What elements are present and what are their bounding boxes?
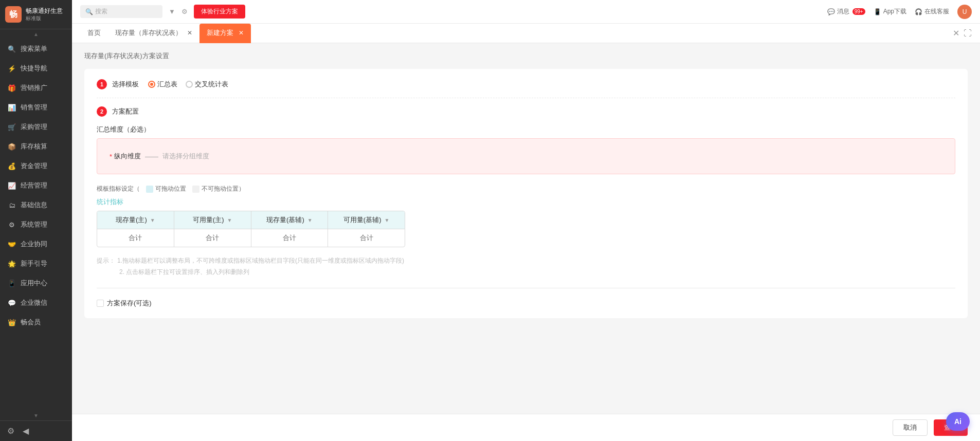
- tab-new-plan[interactable]: 新建方案 ✕: [199, 24, 251, 43]
- stat-col-1-label: 现存量(主): [116, 215, 147, 225]
- stat-col-2-header[interactable]: 可用量(主) ▼: [174, 211, 251, 229]
- messages-button[interactable]: 💬 消息 99+: [827, 7, 865, 16]
- headset-icon: 🎧: [915, 8, 922, 15]
- stat-table-header: 现存量(主) ▼ 可用量(主) ▼ 现存量(基辅) ▼ 可用量(基辅): [97, 211, 405, 229]
- indicator-setting-label: 模板指标设定（: [97, 185, 140, 193]
- step2-badge: 2: [97, 106, 107, 117]
- stat-col-1-header[interactable]: 现存量(主) ▼: [97, 211, 174, 229]
- tab-home[interactable]: 首页: [80, 24, 108, 43]
- sidebar-item-label: 企业微信: [21, 298, 47, 307]
- download-icon: 📱: [874, 8, 881, 15]
- industry-plan-button[interactable]: 体验行业方案: [194, 5, 245, 19]
- ai-fab-button[interactable]: Ai: [946, 412, 970, 431]
- basic-info-icon: 🗂: [7, 200, 16, 210]
- stat-col-4-body: 合计: [328, 229, 405, 247]
- sidebar-bottom: ⚙ ◀: [0, 420, 72, 441]
- sidebar-item-label: 营销推广: [21, 83, 47, 93]
- stat-col-3-header[interactable]: 现存量(基辅) ▼: [251, 211, 329, 229]
- sidebar-item-system[interactable]: ⚙ 系统管理: [0, 215, 72, 234]
- sidebar-item-label: 新手引导: [21, 259, 47, 268]
- message-icon: 💬: [827, 8, 835, 15]
- sidebar-item-label: 经营管理: [21, 181, 47, 190]
- app-download-label: App下载: [883, 7, 906, 16]
- stat-col-4-label: 可用量(基辅): [343, 215, 382, 225]
- sidebar-item-label: 基础信息: [21, 200, 47, 210]
- legend-draggable-label: 可拖动位置: [155, 185, 186, 193]
- chevron-col-4-icon[interactable]: ▼: [385, 217, 390, 223]
- sidebar-logo: 畅 畅康通好生意 标准版: [0, 0, 72, 29]
- sidebar-item-inventory-check[interactable]: 📦 库存核算: [0, 137, 72, 156]
- top-search-bar[interactable]: 🔍 搜索: [80, 5, 162, 18]
- legend-fixed: 不可拖动位置）: [192, 185, 245, 193]
- dimension-box[interactable]: * 纵向维度 —— 请选择分组维度: [97, 138, 955, 174]
- stat-label: 统计指标: [97, 197, 955, 207]
- legend-fixed-label: 不可拖动位置）: [202, 185, 245, 193]
- chevron-down-icon[interactable]: ▼: [169, 8, 175, 15]
- dim-label: 纵向维度: [114, 152, 141, 161]
- content-area: 现存量(库存状况表)方案设置 1 选择模板 汇总表 交叉统计表: [72, 43, 980, 414]
- sidebar-item-member[interactable]: 👑 畅会员: [0, 313, 72, 332]
- cancel-button[interactable]: 取消: [893, 419, 928, 436]
- collapse-sidebar-icon[interactable]: ◀: [23, 426, 29, 436]
- page-title: 现存量(库存状况表)方案设置: [84, 51, 968, 61]
- stat-col-1-body: 合计: [97, 229, 174, 247]
- chevron-col-2-icon[interactable]: ▼: [227, 217, 232, 223]
- online-service-button[interactable]: 🎧 在线客服: [915, 7, 949, 16]
- sidebar-item-finance[interactable]: 💰 资金管理: [0, 156, 72, 176]
- search-placeholder: 搜索: [95, 7, 107, 16]
- sidebar-item-basic-info[interactable]: 🗂 基础信息: [0, 195, 72, 215]
- app-logo-icon: 畅: [5, 6, 22, 23]
- dim-placeholder: 请选择分组维度: [162, 152, 209, 161]
- sidebar-scroll-up[interactable]: ▲: [0, 29, 72, 39]
- app-name: 畅康通好生意: [26, 7, 63, 15]
- dim-dash: ——: [145, 153, 158, 160]
- radio-cross[interactable]: 交叉统计表: [186, 80, 228, 89]
- sidebar-item-purchase[interactable]: 🛒 采购管理: [0, 117, 72, 137]
- tabs-bar-right: ✕ ⛶: [953, 28, 972, 38]
- sidebar-item-sales[interactable]: 📊 销售管理: [0, 98, 72, 117]
- sidebar-item-marketing[interactable]: 🎁 营销推广: [0, 78, 72, 98]
- user-avatar[interactable]: U: [957, 5, 972, 19]
- tab-new-plan-close[interactable]: ✕: [239, 29, 244, 36]
- online-service-label: 在线客服: [924, 7, 949, 16]
- sidebar-item-search-menu[interactable]: 🔍 搜索菜单: [0, 39, 72, 59]
- tips-section: 提示： 1.拖动标题栏可以调整布局，不可跨维度或指标区域拖动栏目字段(只能在同一…: [97, 255, 955, 278]
- step1-badge: 1: [97, 79, 107, 89]
- sidebar-item-new-guide[interactable]: 🌟 新手引导: [0, 254, 72, 273]
- settings-bottom-icon[interactable]: ⚙: [7, 426, 14, 436]
- stat-col-4-header[interactable]: 可用量(基辅) ▼: [328, 211, 405, 229]
- stat-table: 现存量(主) ▼ 可用量(主) ▼ 现存量(基辅) ▼ 可用量(基辅): [97, 211, 405, 247]
- settings-icon[interactable]: ⚙: [182, 8, 188, 15]
- radio-summary[interactable]: 汇总表: [148, 80, 177, 89]
- app-center-icon: 📱: [7, 279, 16, 288]
- tab-inventory-close[interactable]: ✕: [187, 29, 192, 36]
- radio-summary-label: 汇总表: [157, 80, 177, 89]
- topbar-right: 💬 消息 99+ 📱 App下载 🎧 在线客服 U: [827, 5, 972, 19]
- chevron-col-3-icon[interactable]: ▼: [307, 217, 313, 223]
- corp-contract-icon: 🤝: [7, 240, 16, 249]
- save-checkbox[interactable]: [97, 300, 104, 307]
- sidebar-item-operations[interactable]: 📈 经营管理: [0, 176, 72, 195]
- marketing-icon: 🎁: [7, 83, 16, 93]
- app-name-block: 畅康通好生意 标准版: [26, 7, 63, 23]
- chevron-col-1-icon[interactable]: ▼: [150, 217, 155, 223]
- sidebar-scroll-down[interactable]: ▼: [0, 411, 72, 420]
- radio-summary-circle: [148, 81, 155, 88]
- radio-cross-label: 交叉统计表: [195, 80, 228, 89]
- sidebar-item-wechat[interactable]: 💬 企业微信: [0, 293, 72, 313]
- stat-table-body: 合计 合计 合计 合计: [97, 229, 405, 247]
- operations-icon: 📈: [7, 181, 16, 190]
- expand-icon[interactable]: ⛶: [964, 29, 972, 38]
- close-panel-icon[interactable]: ✕: [953, 28, 959, 38]
- app-edition: 标准版: [26, 15, 63, 22]
- app-download-button[interactable]: 📱 App下载: [874, 7, 906, 16]
- dimension-title: 汇总维度（必选）: [97, 125, 955, 134]
- sidebar-item-corp-contract[interactable]: 🤝 企业协同: [0, 234, 72, 254]
- sidebar-item-label: 快捷导航: [21, 64, 47, 73]
- sidebar-item-quick-nav[interactable]: ⚡ 快捷导航: [0, 59, 72, 78]
- indicator-legend: 模板指标设定（ 可拖动位置 不可拖动位置）: [97, 185, 955, 193]
- tab-inventory[interactable]: 现存量（库存状况表） ✕: [108, 24, 199, 43]
- system-icon: ⚙: [7, 220, 16, 229]
- sidebar-item-app-center[interactable]: 📱 应用中心: [0, 273, 72, 293]
- sidebar-item-label: 销售管理: [21, 103, 47, 112]
